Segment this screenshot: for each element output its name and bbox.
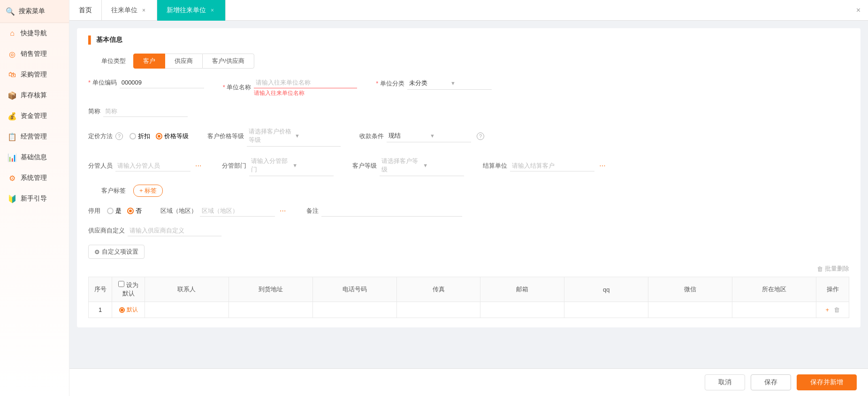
department-chevron: ▼ xyxy=(292,163,332,168)
unit-type-row: 单位类型 客户 供应商 客户/供应商 xyxy=(88,54,849,69)
add-tag-button[interactable]: + 标签 xyxy=(133,185,163,197)
sidebar-item-inventory[interactable]: 📦 库存核算 xyxy=(0,85,69,106)
row-region-input[interactable] xyxy=(737,306,811,313)
row-qq-input[interactable] xyxy=(569,306,643,313)
pricing-radio-discount-circle xyxy=(129,133,136,140)
row-fax-input[interactable] xyxy=(402,306,476,313)
pricing-radio-level[interactable]: 价格等级 xyxy=(156,132,189,140)
row-add-button[interactable]: + xyxy=(825,306,829,313)
row-email-input[interactable] xyxy=(485,306,559,313)
sidebar-search[interactable]: 🔍 搜索菜单 xyxy=(0,0,69,23)
tab-contacts[interactable]: 往来单位 × xyxy=(102,0,157,21)
row-manager: 分管人员 ··· 分管部门 请输入分管部门 ▼ 客户等级 请选择客户等级 ▼ xyxy=(88,155,849,176)
row-address xyxy=(228,302,312,318)
manager-input[interactable] xyxy=(115,160,190,171)
payment-terms-help-icon[interactable]: ? xyxy=(477,132,484,140)
row-short-name: 简称 xyxy=(88,106,849,117)
yes-label: 是 xyxy=(115,207,122,215)
region-dots[interactable]: ··· xyxy=(278,207,288,215)
sidebar-item-purchase[interactable]: 🛍 采购管理 xyxy=(0,64,69,85)
row-delete-button[interactable]: 🗑 xyxy=(834,306,840,313)
region-input[interactable] xyxy=(200,205,275,217)
disable-radio-no[interactable]: 否 xyxy=(127,207,142,215)
tab-home[interactable]: 首页 xyxy=(69,0,102,21)
row-contact xyxy=(145,302,229,318)
settlement-unit-input[interactable] xyxy=(510,160,594,171)
sidebar-item-operations[interactable]: 📋 经营管理 xyxy=(0,126,69,147)
row-wechat-input[interactable] xyxy=(653,306,727,313)
settlement-unit-dots[interactable]: ··· xyxy=(597,162,607,170)
unit-code-input[interactable] xyxy=(120,77,204,88)
row-address-input[interactable] xyxy=(234,306,308,313)
btn-type-customer[interactable]: 客户 xyxy=(133,54,165,69)
sidebar-item-sales[interactable]: ◎ 销售管理 xyxy=(0,44,69,64)
field-settlement-unit: 结算单位 ··· xyxy=(483,160,607,171)
no-label: 否 xyxy=(136,207,142,215)
customer-price-select[interactable]: 请选择客户价格等级 ▼ xyxy=(247,125,341,147)
sidebar-item-quick-nav[interactable]: ⌂ 快捷导航 xyxy=(0,23,69,44)
cancel-button[interactable]: 取消 xyxy=(705,374,745,390)
pricing-radio-discount[interactable]: 折扣 xyxy=(129,132,150,140)
row-phone-input[interactable] xyxy=(318,306,392,313)
col-default-checkbox[interactable] xyxy=(118,281,124,287)
unit-name-label: 单位名称 xyxy=(223,83,251,92)
settlement-unit-label: 结算单位 xyxy=(483,162,507,170)
tab-bar-right: × xyxy=(849,6,868,15)
unit-name-input[interactable] xyxy=(254,77,357,88)
field-department: 分管部门 请输入分管部门 ▼ xyxy=(222,155,334,176)
manager-dots[interactable]: ··· xyxy=(193,162,203,170)
sidebar-item-label: 销售管理 xyxy=(21,50,47,58)
content-area: ▌ 基本信息 单位类型 客户 供应商 客户/供应商 单位编码 单位名称 xyxy=(69,21,868,368)
btn-type-both[interactable]: 客户/供应商 xyxy=(202,54,254,69)
tab-new-contact[interactable]: 新增往来单位 × xyxy=(157,0,226,21)
remark-input[interactable] xyxy=(321,205,462,217)
col-fax: 传真 xyxy=(396,277,480,302)
row-tags: 客户标签 + 标签 xyxy=(88,185,849,197)
field-pricing-method: 定价方法 ? 折扣 价格等级 xyxy=(88,132,189,140)
save-button[interactable]: 保存 xyxy=(751,374,791,390)
btn-type-supplier[interactable]: 供应商 xyxy=(165,54,202,69)
unit-category-label: 单位分类 xyxy=(376,79,404,88)
col-action: 操作 xyxy=(816,277,849,302)
row-contact-input[interactable] xyxy=(150,306,224,313)
contact-table: 序号 设为默认 联系人 到货地址 电话号码 传真 邮箱 qq 微信 所在地区 xyxy=(88,277,849,318)
batch-delete-label[interactable]: 批量删除 xyxy=(825,264,849,273)
payment-terms-select[interactable]: 现结 ▼ xyxy=(387,130,471,142)
sidebar-item-system[interactable]: ⚙ 系统管理 xyxy=(0,168,69,188)
sidebar-item-finance[interactable]: 💰 资金管理 xyxy=(0,106,69,126)
finance-icon: 💰 xyxy=(8,111,17,121)
disable-radio-yes-circle xyxy=(107,208,114,214)
operations-icon: 📋 xyxy=(8,132,17,141)
pricing-radio-level-circle xyxy=(156,133,162,140)
unit-type-label: 单位类型 xyxy=(88,57,126,65)
row-disable: 停用 是 否 区域（地区） ··· xyxy=(88,205,849,217)
field-payment-terms: 收款条件 现结 ▼ ? xyxy=(359,130,484,142)
manager-label: 分管人员 xyxy=(88,162,113,170)
row-wechat xyxy=(648,302,732,318)
customer-level-select[interactable]: 请选择客户等级 ▼ xyxy=(380,155,464,176)
col-region: 所在地区 xyxy=(732,277,816,302)
pricing-method-help-icon[interactable]: ? xyxy=(115,132,123,140)
custom-settings-button[interactable]: ⚙ 自定义项设置 xyxy=(88,245,145,259)
department-label: 分管部门 xyxy=(222,162,246,170)
supplier-custom-input[interactable] xyxy=(128,225,221,236)
save-new-button[interactable]: 保存并新增 xyxy=(797,374,857,390)
row-fax xyxy=(396,302,480,318)
remark-label: 备注 xyxy=(306,207,319,215)
unit-category-select[interactable]: 未分类 ▼ xyxy=(407,77,492,90)
col-wechat: 微信 xyxy=(648,277,732,302)
tab-contacts-close[interactable]: × xyxy=(140,6,147,15)
tab-new-contact-close[interactable]: × xyxy=(209,6,216,15)
sidebar-item-newbie[interactable]: 🔰 新手引导 xyxy=(0,188,69,209)
row-email xyxy=(480,302,564,318)
sidebar-item-basic-info[interactable]: 📊 基础信息 xyxy=(0,147,69,168)
field-customer-level: 客户等级 请选择客户等级 ▼ xyxy=(352,155,464,176)
short-name-input[interactable] xyxy=(103,106,188,117)
sidebar-item-label: 经营管理 xyxy=(21,132,47,141)
sidebar-item-label: 基础信息 xyxy=(21,153,47,162)
department-select[interactable]: 请输入分管部门 ▼ xyxy=(249,155,334,176)
disable-radio-yes[interactable]: 是 xyxy=(107,207,122,215)
close-window-button[interactable]: × xyxy=(849,6,868,14)
form-card: ▌ 基本信息 单位类型 客户 供应商 客户/供应商 单位编码 单位名称 xyxy=(77,28,860,327)
short-name-label: 简称 xyxy=(88,107,100,116)
